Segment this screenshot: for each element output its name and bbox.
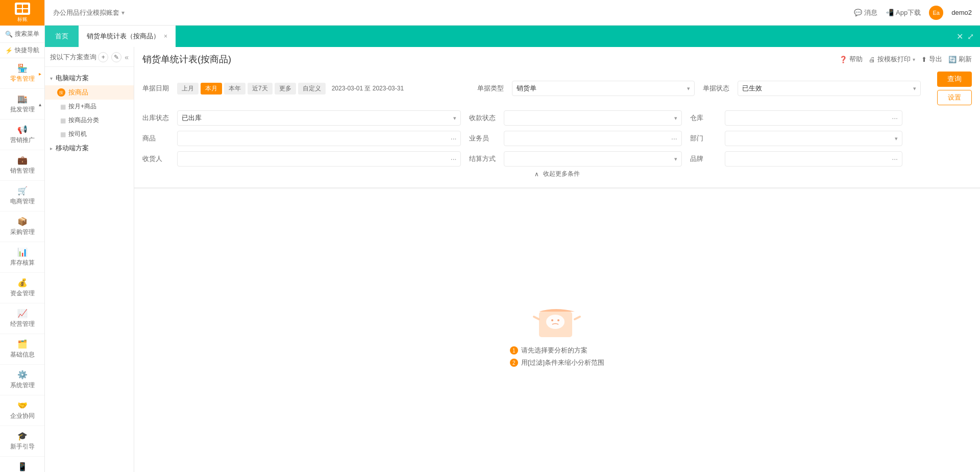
consignee-field: 收货人 ··· bbox=[142, 151, 461, 167]
doc-status-label: 单据状态 bbox=[703, 84, 733, 93]
page-actions: ❓ 帮助 🖨 按模板打印 ▾ ⬆ 导出 🔄 bbox=[839, 55, 972, 64]
date-more-btn[interactable]: 更多 bbox=[275, 83, 296, 95]
header-right: 💬 消息 📲 App下载 Ea demo2 bbox=[854, 6, 972, 20]
avatar[interactable]: Ea bbox=[929, 6, 943, 20]
app-download-btn[interactable]: 📲 App下载 bbox=[886, 8, 921, 17]
date-field: 单据日期 上月 本月 本年 近7天 更多 自定义 2023-03-01 至 20… bbox=[142, 83, 469, 95]
nav-item-marketing[interactable]: 📢 营销推广 bbox=[0, 120, 44, 150]
mobile-group-header[interactable]: ▸ 移动端方案 bbox=[45, 141, 134, 155]
date-range-display: 2023-03-01 至 2023-03-31 bbox=[332, 84, 404, 93]
filter-row-2: 出库状态 已出库 ▾ 收款状态 ▾ bbox=[142, 110, 972, 126]
nav-item-newbie[interactable]: 🎓 新手引导 bbox=[0, 426, 44, 457]
finance-icon: 💰 bbox=[17, 278, 28, 288]
filter-row-1: 单据日期 上月 本月 本年 近7天 更多 自定义 2023-03-01 至 20… bbox=[142, 72, 972, 105]
doc-status-value: 已生效 bbox=[742, 84, 911, 93]
nav-item-retail[interactable]: 🏪 零售管理 ▸ bbox=[0, 58, 44, 89]
salesperson-control[interactable]: ··· bbox=[504, 131, 681, 146]
tab-home[interactable]: 首页 bbox=[45, 26, 79, 47]
department-arrow: ▾ bbox=[895, 135, 898, 142]
doc-status-arrow: ▾ bbox=[913, 85, 916, 92]
search-menu[interactable]: 🔍 搜索菜单 bbox=[0, 26, 44, 43]
nav-item-ecommerce[interactable]: 🛒 电商管理 bbox=[0, 181, 44, 211]
export-btn[interactable]: ⬆ 导出 bbox=[921, 55, 942, 64]
quick-nav[interactable]: ⚡ 快捷导航 bbox=[0, 43, 44, 58]
warehouse-control[interactable]: ··· bbox=[725, 110, 902, 126]
scheme-tree: ▾ 电脑端方案 按 按商品 ▦ 按月+商品 ▦ 按商品分类 bbox=[45, 67, 134, 159]
product-control[interactable]: ··· bbox=[177, 131, 461, 146]
tab-close-window-btn[interactable]: ✕ bbox=[957, 32, 963, 41]
collapse-more-btn[interactable]: ∧ 收起更多条件 bbox=[142, 167, 972, 181]
settlement-control[interactable]: ▾ bbox=[504, 151, 681, 167]
empty-illustration bbox=[531, 294, 582, 340]
date-this-month-btn[interactable]: 本月 bbox=[201, 83, 222, 95]
department-control[interactable]: ▾ bbox=[725, 131, 902, 146]
svg-rect-0 bbox=[17, 5, 22, 8]
nav-list: 🏪 零售管理 ▸ 🏬 批发管理 ▴ 📢 营销推广 💼 销售管理 🛒 电商管理 📦… bbox=[0, 58, 44, 472]
refresh-btn[interactable]: 🔄 刷新 bbox=[948, 55, 972, 64]
salesperson-dots: ··· bbox=[671, 134, 677, 143]
message-btn[interactable]: 💬 消息 bbox=[854, 8, 877, 17]
nav-item-purchase[interactable]: 📦 采购管理 bbox=[0, 211, 44, 242]
scheme-by-category[interactable]: ▦ 按商品分类 bbox=[45, 113, 134, 127]
print-btn[interactable]: 🖨 按模板打印 ▾ bbox=[869, 55, 915, 64]
inventory-icon: 📊 bbox=[17, 247, 28, 257]
collapse-icon: ∧ bbox=[534, 171, 539, 178]
date-last7-btn[interactable]: 近7天 bbox=[248, 83, 273, 95]
nav-item-sales[interactable]: 💼 销售管理 bbox=[0, 150, 44, 181]
brand-control[interactable]: ··· bbox=[725, 151, 902, 167]
doc-status-control[interactable]: 已生效 ▾ bbox=[738, 81, 921, 96]
consignee-control[interactable]: ··· bbox=[177, 151, 461, 167]
warehouse-out-value: 已出库 bbox=[182, 113, 451, 123]
edit-scheme-btn[interactable]: ✎ bbox=[111, 52, 121, 62]
nav-item-inventory[interactable]: 📊 库存核算 bbox=[0, 242, 44, 273]
help-btn[interactable]: ❓ 帮助 bbox=[839, 55, 863, 64]
app-logo[interactable]: 标账 bbox=[0, 0, 44, 26]
scheme-by-cashier[interactable]: ▦ 按司机 bbox=[45, 127, 134, 141]
nav-item-operations[interactable]: 📈 经营管理 bbox=[0, 303, 44, 334]
top-header: 办公用品行业模拟账套 ▾ 💬 消息 📲 App下载 Ea demo2 bbox=[45, 0, 980, 26]
marketing-icon: 📢 bbox=[17, 125, 28, 134]
collapse-panel-btn[interactable]: « bbox=[125, 53, 129, 61]
desktop-group: ▾ 电脑端方案 按 按商品 ▦ 按月+商品 ▦ 按商品分类 bbox=[45, 71, 134, 141]
date-this-year-btn[interactable]: 本年 bbox=[224, 83, 246, 95]
tab-close-btn[interactable]: × bbox=[164, 33, 167, 40]
warehouse-out-control[interactable]: 已出库 ▾ bbox=[177, 110, 461, 126]
nav-item-wholesale[interactable]: 🏬 批发管理 ▴ bbox=[0, 89, 44, 120]
product-dots: ··· bbox=[451, 134, 457, 143]
industry-dropdown[interactable]: ▾ bbox=[121, 9, 125, 16]
scheme-by-month-product[interactable]: ▦ 按月+商品 bbox=[45, 100, 134, 113]
scheme-by-product[interactable]: 按 按商品 bbox=[45, 85, 134, 100]
filter-row-4: 收货人 ··· 结算方式 ▾ bbox=[142, 151, 972, 167]
query-btn-group: 查询 设置 bbox=[937, 72, 972, 105]
wholesale-arrow: ▴ bbox=[39, 101, 41, 107]
retail-icon: 🏪 bbox=[17, 63, 28, 73]
department-label: 部门 bbox=[690, 134, 721, 143]
user-name[interactable]: demo2 bbox=[951, 9, 972, 16]
nav-item-enterprise[interactable]: 🤝 企业协同 bbox=[0, 395, 44, 426]
date-last-month-btn[interactable]: 上月 bbox=[177, 83, 199, 95]
sidebar: 标账 🔍 搜索菜单 ⚡ 快捷导航 🏪 零售管理 ▸ 🏬 批发管理 ▴ 📢 营销推… bbox=[0, 0, 45, 472]
purchase-icon: 📦 bbox=[17, 217, 28, 226]
nav-item-basic[interactable]: 🗂️ 基础信息 bbox=[0, 334, 44, 365]
filter-rows: 单据日期 上月 本月 本年 近7天 更多 自定义 2023-03-01 至 20… bbox=[142, 72, 972, 167]
sales-icon: 💼 bbox=[17, 155, 28, 165]
page-title: 销货单统计表(按商品) bbox=[142, 53, 231, 65]
edit-icon: ✎ bbox=[114, 54, 119, 61]
doc-type-label: 单据类型 bbox=[477, 84, 508, 93]
message-icon: 💬 bbox=[854, 9, 862, 16]
query-btn[interactable]: 查询 bbox=[937, 72, 972, 87]
operations-icon: 📈 bbox=[17, 309, 28, 318]
tab-active[interactable]: 销货单统计表（按商品） × bbox=[79, 26, 176, 47]
sub-scheme-icon2: ▦ bbox=[60, 117, 66, 124]
date-custom-btn[interactable]: 自定义 bbox=[298, 83, 326, 95]
settings-btn[interactable]: 设置 bbox=[937, 90, 972, 105]
add-scheme-btn[interactable]: + bbox=[98, 52, 108, 62]
nav-item-system[interactable]: ⚙️ 系统管理 bbox=[0, 365, 44, 395]
tab-maximize-btn[interactable]: ⤢ bbox=[967, 32, 974, 41]
nav-item-appstore[interactable]: 📱 应用中心 bbox=[0, 457, 44, 472]
desktop-group-header[interactable]: ▾ 电脑端方案 bbox=[45, 71, 134, 85]
empty-state: 1 请先选择要分析的方案 2 用[过滤]条件来缩小分析范围 bbox=[510, 294, 604, 367]
payment-status-control[interactable]: ▾ bbox=[504, 110, 681, 126]
doc-type-control[interactable]: 销货单 ▾ bbox=[512, 81, 695, 96]
nav-item-finance[interactable]: 💰 资金管理 bbox=[0, 273, 44, 303]
